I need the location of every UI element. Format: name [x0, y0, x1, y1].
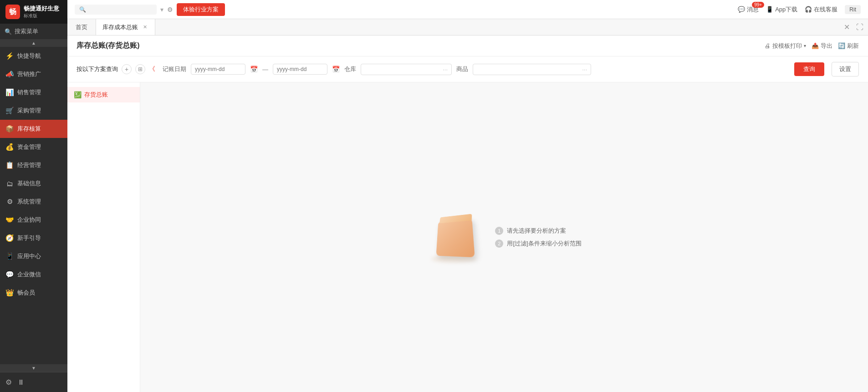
product-select[interactable]: ···	[473, 64, 591, 75]
empty-steps: 1 请先选择要分析的方案 2 用[过滤]条件来缩小分析范围	[495, 227, 581, 248]
sidebar-item-inventory[interactable]: 📦 库存核算	[0, 120, 67, 138]
print-icon: 🖨	[765, 42, 771, 49]
product-label: 商品	[456, 65, 468, 73]
calendar-start-icon[interactable]: 📅	[250, 66, 258, 73]
empty-area: 1 请先选择要分析的方案 2 用[过滤]条件来缩小分析范围	[140, 82, 868, 392]
gear-icon[interactable]: ⚙	[167, 6, 173, 13]
sidebar: 畅 畅捷通好生意 标准版 🔍 搜索菜单 ▲ ⚡ 快捷导航 📣 营销推广 📊 销售…	[0, 0, 67, 392]
warehouse-select[interactable]: ···	[361, 64, 452, 75]
online-service-btn[interactable]: 🎧 在线客服	[805, 5, 837, 14]
app-logo: 畅	[5, 5, 20, 19]
message-icon: 💬	[738, 6, 745, 13]
sidebar-header: 畅 畅捷通好生意 标准版	[0, 0, 67, 24]
topbar: 🔍 ▾ ⚙ 体验行业方案 💬 消息 99+ 📱 App下载 🎧 在线客服 Ri	[67, 0, 868, 19]
wechat-icon: 💬	[5, 270, 14, 279]
search-menu[interactable]: 🔍 搜索菜单	[0, 24, 67, 39]
sidebar-item-purchase[interactable]: 🛒 采购管理	[0, 102, 67, 120]
date-start-input[interactable]	[191, 64, 245, 75]
filter-add-button[interactable]: +	[122, 64, 132, 74]
tab-close-icon[interactable]: ✕	[142, 23, 148, 31]
calendar-end-icon[interactable]: 📅	[332, 66, 340, 73]
tab-home[interactable]: 首页	[67, 19, 96, 35]
user-menu[interactable]: Rit	[845, 5, 861, 14]
scroll-up-button[interactable]: ▲	[0, 39, 67, 47]
print-btn[interactable]: 🖨 按模板打印 ▾	[765, 42, 806, 50]
topbar-search-area[interactable]: 🔍	[75, 5, 157, 15]
topbar-left: 🔍 ▾ ⚙ 体验行业方案	[75, 3, 733, 16]
page-title: 库存总账(存货总账)	[77, 41, 140, 51]
app-title: 畅捷通好生意	[24, 5, 62, 13]
finance-icon: 💰	[5, 143, 14, 151]
warehouse-more-icon: ···	[443, 66, 448, 73]
operation-icon: 📋	[5, 161, 14, 169]
sidebar-item-guide[interactable]: 🧭 新手引导	[0, 229, 67, 247]
content-body: 💹 存货总账 1 请先选择要分析的方案	[67, 82, 868, 392]
sidebar-item-system[interactable]: ⚙ 系统管理	[0, 193, 67, 211]
app-subtitle: 标准版	[24, 13, 62, 19]
topbar-search-icon: 🔍	[79, 6, 86, 13]
message-btn[interactable]: 💬 消息 99+	[738, 5, 759, 14]
query-button[interactable]: 查询	[794, 62, 824, 76]
filter-options-button[interactable]: ⊞	[135, 64, 145, 74]
sidebar-item-sales[interactable]: 📊 销售管理	[0, 83, 67, 102]
sidebar-nav: ⚡ 快捷导航 📣 营销推广 📊 销售管理 🛒 采购管理 📦 库存核算 💰 资金管…	[0, 47, 67, 364]
sidebar-item-finance[interactable]: 💰 资金管理	[0, 138, 67, 156]
sidebar-item-wechat[interactable]: 💬 企业微信	[0, 265, 67, 284]
app-download-icon: 📱	[766, 6, 773, 13]
settings-button[interactable]: 设置	[832, 62, 859, 76]
message-badge: 99+	[752, 2, 764, 8]
scheme-item-icon: 💹	[74, 91, 82, 98]
quick-nav-icon: ⚡	[5, 52, 14, 60]
settings-footer-icon[interactable]: ⚙	[5, 378, 12, 387]
export-btn[interactable]: 📤 导出	[812, 42, 832, 50]
scroll-down-button[interactable]: ▼	[0, 364, 67, 372]
expand-icon[interactable]: ⛶	[856, 23, 863, 31]
content-area: 库存总账(存货总账) 🖨 按模板打印 ▾ 📤 导出 🔄 刷新	[67, 36, 868, 392]
app-center-icon: 📱	[5, 252, 14, 260]
basic-info-icon: 🗂	[5, 180, 14, 188]
sidebar-item-app-center[interactable]: 📱 应用中心	[0, 247, 67, 265]
empty-content: 1 请先选择要分析的方案 2 用[过滤]条件来缩小分析范围	[427, 210, 581, 265]
empty-step-2: 2 用[过滤]条件来缩小分析范围	[495, 239, 581, 248]
export-icon: 📤	[812, 42, 819, 49]
print-dropdown-icon: ▾	[804, 43, 806, 48]
sidebar-item-operation[interactable]: 📋 经营管理	[0, 156, 67, 174]
sidebar-item-basic-info[interactable]: 🗂 基础信息	[0, 174, 67, 193]
tab-inventory-ledger[interactable]: 库存成本总账 ✕	[96, 19, 155, 35]
tab-right-controls: ✕ ⛶	[841, 22, 868, 32]
sidebar-item-cooperation[interactable]: 🤝 企业协同	[0, 211, 67, 229]
app-download-btn[interactable]: 📱 App下载	[766, 5, 797, 14]
empty-illustration	[427, 210, 481, 265]
sidebar-item-member[interactable]: 👑 畅会员	[0, 284, 67, 302]
topbar-right: 💬 消息 99+ 📱 App下载 🎧 在线客服 Rit	[738, 5, 861, 14]
industry-btn[interactable]: 体验行业方案	[177, 3, 225, 16]
filter-bar: 按以下方案查询 + ⊞ 《 记账日期 📅 — 📅 仓库 ··· 商品	[67, 56, 868, 82]
guide-icon: 🧭	[5, 234, 14, 242]
inventory-icon: 📦	[5, 125, 14, 133]
sales-icon: 📊	[5, 88, 14, 97]
date-end-input[interactable]	[273, 64, 327, 75]
date-separator: —	[262, 66, 268, 73]
warehouse-label: 仓库	[344, 65, 356, 73]
headset-icon: 🎧	[805, 6, 812, 13]
dropdown-icon[interactable]: ▾	[160, 6, 163, 13]
empty-step-1: 1 请先选择要分析的方案	[495, 227, 581, 235]
product-more-icon: ···	[582, 66, 587, 73]
refresh-icon: 🔄	[838, 42, 845, 49]
page-header: 库存总账(存货总账) 🖨 按模板打印 ▾ 📤 导出 🔄 刷新	[67, 36, 868, 56]
scheme-sidebar: 💹 存货总账	[67, 82, 140, 392]
search-icon: 🔍	[5, 28, 12, 35]
step-num-2: 2	[495, 239, 503, 248]
sidebar-title-area: 畅捷通好生意 标准版	[24, 5, 62, 19]
close-panel-icon[interactable]: ✕	[841, 22, 853, 32]
sidebar-item-marketing[interactable]: 📣 营销推广	[0, 65, 67, 83]
main-area: 🔍 ▾ ⚙ 体验行业方案 💬 消息 99+ 📱 App下载 🎧 在线客服 Ri	[67, 0, 868, 392]
purchase-icon: 🛒	[5, 107, 14, 115]
tabbar: 首页 库存成本总账 ✕ ✕ ⛶	[67, 19, 868, 36]
audio-footer-icon[interactable]: ⏸	[17, 378, 25, 387]
scheme-item-inventory-ledger[interactable]: 💹 存货总账	[67, 87, 140, 102]
filter-collapse-button[interactable]: 《	[149, 65, 155, 73]
page-header-actions: 🖨 按模板打印 ▾ 📤 导出 🔄 刷新	[765, 42, 859, 50]
sidebar-item-quick-nav[interactable]: ⚡ 快捷导航	[0, 47, 67, 65]
refresh-btn[interactable]: 🔄 刷新	[838, 42, 859, 50]
